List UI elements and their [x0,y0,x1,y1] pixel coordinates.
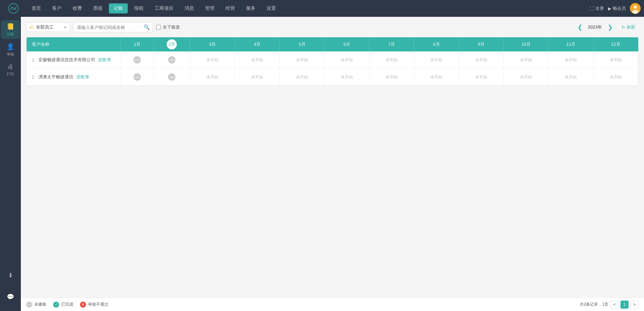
refresh-icon: ↻ [621,25,625,30]
row2-m10: 未开始 [504,69,548,86]
legend-not-built: — 未建账 [26,302,46,308]
employee-label: 全部员工 [36,24,62,30]
search-input[interactable] [74,23,141,32]
nav-tax[interactable]: 报税 [129,3,148,13]
status-not-started: 未开始 [296,57,308,62]
col-header-m6: 6月 [324,37,369,51]
right-tools: ⛶ 全屏 ▶ 畅会员 [590,3,641,14]
row2-m5: 未开始 [280,69,324,86]
sidebar-item-print-label: 打印 [7,72,14,77]
table-row: 2 漯澳太平畅捷通信 进账簿 — — 未开始 未开始 未开始 未开始 未开始 未… [27,69,638,86]
nav-menu: 首页 客户 收费 票据 记账 报税 工商项目 消息 管理 经营 服务 设置 [27,3,590,13]
employee-select[interactable]: 🏷 全部员工 ▼ [26,23,70,32]
col-header-m4: 4月 [235,37,280,51]
status-dash-icon: — [168,56,175,64]
row1-m6: 未开始 [324,51,369,69]
chat-icon: 💬 [7,293,14,301]
status-not-started: 未开始 [520,57,532,62]
nav-accounting[interactable]: 记账 [109,3,128,13]
sidebar-item-download[interactable]: ⬇ [1,266,20,285]
enter-ledger-link-1[interactable]: 进账簿 [98,57,111,63]
nav-client[interactable]: 客户 [47,3,66,13]
status-not-started: 未开始 [520,75,532,79]
col-header-m2: 2月 [154,37,190,51]
nav-operation[interactable]: 经营 [221,3,240,13]
refresh-button[interactable]: ↻ 刷新 [618,23,639,32]
status-not-started: 未开始 [251,75,263,79]
row1-m8: 未开始 [414,51,459,69]
next-year-button[interactable]: ❯ [605,23,615,32]
refresh-label: 刷新 [627,24,635,30]
row1-m4: 未开始 [235,51,280,69]
row1-m5: 未开始 [280,51,324,69]
data-table-container: 客户名称 1月 2月 3月 4月 5月 6月 7月 8月 9月 10月 11月 … [26,37,639,86]
current-page-button[interactable]: 1 [620,301,629,309]
employee-icon: 🏷 [29,25,34,30]
row2-m11: 未开始 [549,69,593,86]
nav-home[interactable]: 首页 [27,3,46,13]
my-accounts-checkbox-label[interactable]: 名下账套 [156,24,180,30]
logo[interactable] [3,3,24,14]
client-cell-1: 1 安徽畅捷通信息技术有限公司 进账簿 [27,51,121,69]
col-header-m8: 8月 [414,37,459,51]
audit-icon: 👤 [7,43,14,50]
nav-management[interactable]: 管理 [200,3,219,13]
row1-m12: 未开始 [593,51,638,69]
status-not-started: 未开始 [430,57,442,62]
next-page-button[interactable]: > [631,301,639,309]
toolbar: 🏷 全部员工 ▼ 🔍 名下账套 ❮ 2023年 ❯ ↻ 刷新 [26,22,639,32]
fullscreen-icon: ⛶ [590,6,594,11]
row1-m7: 未开始 [369,51,414,69]
download-icon: ⬇ [8,272,13,279]
left-sidebar: 📒 记账 👤 审核 🖨 打印 ⬇ 💬 [0,17,21,311]
rejected-label: 审核不通过 [88,302,108,307]
sidebar-item-chat[interactable]: 💬 [1,287,20,306]
sidebar-item-accounting[interactable]: 📒 记账 [1,20,20,39]
enter-ledger-link-2[interactable]: 进账簿 [76,74,89,80]
row1-m3: 未开始 [190,51,235,69]
col-header-client-name: 客户名称 [27,37,121,51]
status-not-started: 未开始 [251,57,263,62]
status-not-started: 未开始 [386,57,398,62]
prev-year-button[interactable]: ❮ [575,23,585,32]
sidebar-item-audit-label: 审核 [7,52,14,57]
nav-settings[interactable]: 设置 [262,3,281,13]
not-built-icon: — [26,302,32,308]
nav-message[interactable]: 消息 [180,3,199,13]
sidebar-item-print[interactable]: 🖨 打印 [1,61,20,79]
fullscreen-button[interactable]: ⛶ 全屏 [590,5,604,11]
status-not-started: 未开始 [296,75,308,79]
legend-rejected: ✕ 审核不通过 [80,302,108,308]
row2-m2: — [154,69,190,86]
status-not-started: 未开始 [206,57,218,62]
legend-completed: ✓ 已完成 [53,302,73,308]
row1-m11: 未开始 [549,51,593,69]
nav-invoice[interactable]: 票据 [88,3,107,13]
year-display: 2023年 [588,24,602,30]
status-not-started: 未开始 [386,75,398,79]
avatar[interactable] [630,3,641,14]
status-not-started: 未开始 [475,75,487,79]
chevron-down-icon: ▼ [64,26,67,29]
pagination: 共2条记录，1页 < 1 > [580,301,639,309]
nav-business[interactable]: 工商项目 [150,3,178,13]
row2-m1: — [121,69,154,86]
prev-page-button[interactable]: < [610,301,618,309]
nav-fee[interactable]: 收费 [68,3,87,13]
status-not-started: 未开始 [565,75,577,79]
client-name-2: 漯澳太平畅捷通信 [38,74,73,80]
search-button[interactable]: 🔍 [141,23,153,32]
client-num-2: 2 [32,75,34,80]
svg-point-3 [632,10,638,14]
member-button[interactable]: ▶ 畅会员 [608,5,626,11]
nav-service[interactable]: 服务 [241,3,260,13]
sidebar-item-audit[interactable]: 👤 审核 [1,40,20,59]
my-accounts-checkbox[interactable] [156,25,161,30]
not-built-label: 未建账 [34,302,46,307]
row1-m10: 未开始 [504,51,548,69]
completed-icon: ✓ [53,302,59,308]
row2-m4: 未开始 [235,69,280,86]
col-header-m12: 12月 [593,37,638,51]
status-not-started: 未开始 [475,57,487,62]
client-name-1: 安徽畅捷通信息技术有限公司 [38,57,95,63]
